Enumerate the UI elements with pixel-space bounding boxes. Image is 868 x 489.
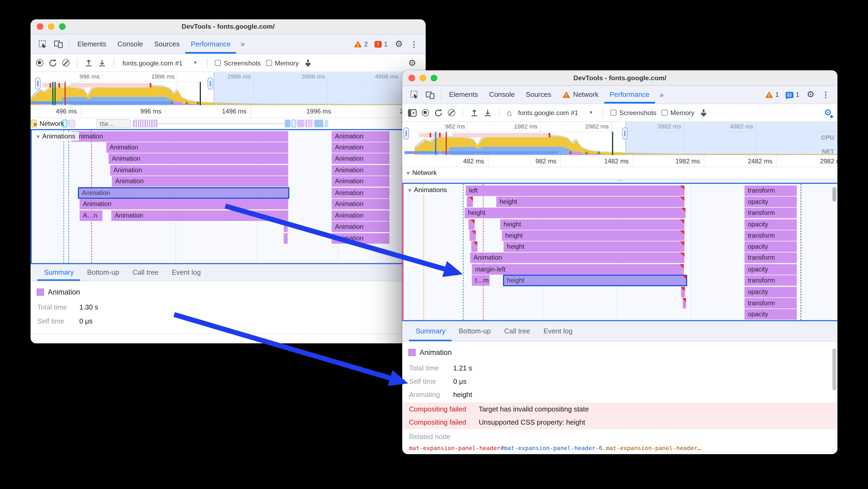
animation-bar[interactable]: Animation [110,165,288,176]
device-toolbar-icon[interactable] [54,40,63,48]
home-icon[interactable]: ⌂ [507,109,512,117]
tab-elements[interactable]: Elements [443,86,484,103]
network-request-chip[interactable]: tSe… [96,119,131,128]
tab-event-log[interactable]: Event log [165,264,208,281]
animation-bar[interactable]: Animation [332,221,390,232]
animation-bar[interactable]: Animation [332,199,390,209]
animation-bar-fragment[interactable] [284,233,288,244]
animation-bar[interactable]: Animation [332,165,390,176]
animation-bar[interactable]: height [465,208,686,218]
titlebar[interactable]: DevTools - fonts.google.com/ [402,70,837,86]
panel-settings-gear-icon[interactable]: ⚙ [404,59,420,67]
zoom-button[interactable] [431,74,437,81]
titlebar[interactable]: DevTools - fonts.google.com/ [31,19,426,34]
download-profile-icon[interactable] [98,59,106,67]
animation-bar[interactable]: Animation [106,143,288,153]
chevron-down-icon[interactable]: ▼ [193,60,197,65]
animation-bar-fragment[interactable] [683,298,686,308]
animation-bar[interactable]: height [500,219,684,230]
tab-sources[interactable]: Sources [520,86,557,103]
cpu-overview-chart[interactable]: CPU NET [402,132,837,155]
tab-summary[interactable]: Summary [409,321,452,341]
animation-bar[interactable]: transform [744,252,797,263]
kebab-menu-icon[interactable]: ⋮ [407,40,421,49]
animation-bar[interactable]: Animation [108,153,288,164]
zoom-button[interactable] [59,23,66,30]
tab-call-tree[interactable]: Call tree [126,264,165,281]
close-button[interactable] [408,74,415,81]
animation-bar[interactable]: Animation [332,176,390,187]
messages-badge[interactable]: 1 [782,91,803,99]
animation-bar[interactable]: Animation [80,199,288,209]
issues-badge[interactable]: ! 1 [371,40,391,48]
animation-bar[interactable]: Animation [332,233,390,244]
animation-bar[interactable]: transform [744,231,797,241]
network-track[interactable]: ▶Network tSe… [31,118,426,129]
sidebar-toggle-icon[interactable] [408,109,417,117]
animation-bar[interactable]: transform [744,208,797,218]
animation-bar[interactable]: Animation [332,211,390,221]
traffic-lights[interactable] [408,70,437,85]
animation-bar[interactable]: Animation [332,131,390,142]
traffic-lights[interactable] [37,19,66,34]
overview-selection[interactable] [625,122,837,155]
network-track-label[interactable]: ▼Network [406,167,437,178]
selection-handle-right[interactable] [208,78,213,90]
memory-checkbox[interactable]: Memory [661,109,694,117]
network-track-label[interactable]: ▶Network [34,118,64,129]
animation-bar[interactable]: Animation [332,143,390,153]
animation-bar[interactable]: t…m [472,275,490,286]
animation-bar[interactable]: Animation [111,211,288,221]
tab-summary[interactable]: Summary [37,264,81,281]
animation-bar[interactable]: opacity [744,309,797,319]
minimize-button[interactable] [48,23,55,30]
animations-track-label[interactable]: ▼Animations [405,186,451,194]
animation-bar[interactable]: height [502,231,685,241]
animation-bar[interactable]: opacity [744,196,797,207]
timeline-overview[interactable]: 996 ms 1996 ms 2996 ms 3996 ms 4996 ms [31,72,426,105]
animation-bar[interactable]: transform [744,275,797,286]
animation-bar-fragment[interactable] [468,219,475,230]
animations-flamechart[interactable]: left height height height height height … [402,183,837,321]
overview-selection[interactable] [214,72,426,105]
animation-bar[interactable]: Animation [332,188,390,198]
record-icon[interactable] [422,109,429,116]
reload-icon[interactable] [434,109,443,117]
selection-handle-right[interactable] [622,127,628,140]
animation-bar[interactable]: height [496,196,684,207]
settings-gear-icon[interactable]: ⚙ [803,90,819,99]
profile-select[interactable]: fonts.google.com #1 [123,59,183,67]
upload-profile-icon[interactable] [85,59,93,67]
collect-garbage-icon[interactable] [304,59,312,67]
animation-bar[interactable]: transform [744,186,797,196]
kebab-menu-icon[interactable]: ⋮ [818,90,833,99]
selection-handle-left[interactable] [403,127,409,140]
tab-console[interactable]: Console [484,86,520,103]
tab-bottom-up[interactable]: Bottom-up [81,264,126,281]
animation-bar[interactable]: Animation [470,252,684,263]
memory-checkbox[interactable]: Memory [266,59,299,67]
tab-call-tree[interactable]: Call tree [497,321,536,341]
animation-bar[interactable]: opacity [744,219,797,230]
tab-network[interactable]: ! Network [557,86,604,103]
tab-bottom-up[interactable]: Bottom-up [452,321,497,341]
clear-icon[interactable] [448,109,455,116]
minimize-button[interactable] [420,74,426,81]
tab-performance[interactable]: Performance [185,34,236,54]
summary-scrollbar-thumb[interactable] [832,348,836,391]
inspect-cursor-icon[interactable] [410,90,419,99]
record-icon[interactable] [36,59,43,66]
upload-profile-icon[interactable] [470,109,478,117]
tab-event-log[interactable]: Event log [537,321,579,341]
settings-gear-icon[interactable]: ⚙ [391,40,407,49]
tab-elements[interactable]: Elements [72,34,112,54]
animation-bar[interactable]: opacity [744,287,797,297]
reload-icon[interactable] [49,59,57,67]
more-tabs-icon[interactable]: » [236,40,249,48]
animation-bar[interactable]: opacity [744,264,797,275]
more-tabs-icon[interactable]: » [655,91,668,99]
animation-bar[interactable]: transform [744,298,797,308]
animation-bar-fragment[interactable] [469,231,476,241]
device-toolbar-icon[interactable] [426,91,435,99]
animation-bar-fragment[interactable] [284,221,288,232]
